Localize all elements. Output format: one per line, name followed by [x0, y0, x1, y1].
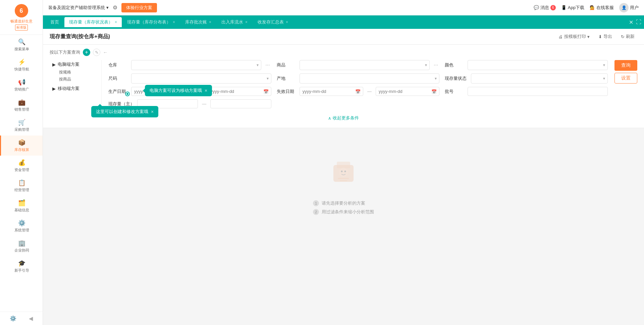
app-download-label: App下载 — [568, 5, 584, 11]
product-label: 商品 — [277, 62, 297, 68]
print-icon: 🖨 — [558, 34, 563, 39]
export-btn[interactable]: ⬇ 导出 — [596, 32, 615, 41]
sidebar-label-purchase: 采购管理 — [14, 127, 29, 132]
size-label: 尺码 — [108, 75, 128, 82]
size-select[interactable] — [131, 73, 271, 84]
refresh-icon: ↻ — [621, 34, 625, 39]
sidebar-item-purchase[interactable]: 🛒 采购管理 — [0, 115, 43, 136]
sidebar-logo: 6 畅通道好生意 标准版 — [0, 0, 43, 35]
empty-icon — [327, 155, 360, 195]
stock-status-select[interactable] — [471, 73, 608, 84]
filter-add-btn[interactable]: + — [83, 49, 90, 56]
main-content: 装备及固定资产辅助管理系统 ▾ ⚙ 体验行业方案 💬 消息 6 📱 App下载 … — [43, 0, 644, 325]
footer-settings-btn[interactable]: ⚙️ — [10, 315, 16, 322]
product-dots-btn[interactable]: ··· — [432, 62, 439, 68]
pc-scheme-group: ▶ 电脑端方案 按规格 按商品 — [50, 60, 98, 83]
sidebar-item-search[interactable]: 🔍 搜索菜单 — [0, 35, 43, 55]
page-header: 现存量查询(按仓库+商品) 🖨 按模板打印 ▾ ⬇ 导出 ↻ 刷新 — [43, 29, 644, 45]
refresh-btn[interactable]: ↻ 刷新 — [618, 32, 637, 41]
print-arrow-icon: ▾ — [587, 34, 590, 39]
tab-inventory-dist-close[interactable]: × — [173, 20, 175, 24]
print-btn[interactable]: 🖨 按模板打印 ▾ — [556, 32, 592, 41]
scheme-tooltip-close[interactable]: × — [205, 88, 207, 93]
message-label: 消息 — [540, 5, 549, 11]
produce-date-end-input[interactable] — [207, 87, 271, 96]
expire-date-end-input[interactable] — [376, 87, 439, 96]
create-tooltip-close[interactable]: × — [151, 109, 154, 114]
sidebar: 6 畅通道好生意 标准版 🔍 搜索菜单 ⚡ 快捷导航 📢 营销推广 💼 销售管理… — [0, 0, 43, 325]
color-select[interactable] — [468, 60, 608, 70]
sidebar-item-operations[interactable]: 📋 经营管理 — [0, 176, 43, 196]
tab-batch[interactable]: 库存批次账 × — [180, 17, 216, 27]
app-download-action[interactable]: 📱 App下载 — [561, 5, 584, 11]
expire-date-start-cal-icon[interactable]: 📅 — [355, 89, 361, 94]
sidebar-item-finance[interactable]: 💰 资金管理 — [0, 156, 43, 176]
expire-date-end-cal-icon[interactable]: 📅 — [431, 89, 437, 94]
footer-collapse-btn[interactable]: ◀ — [29, 315, 33, 322]
online-support-action[interactable]: 💁 在线客服 — [590, 5, 614, 11]
scheme-by-product[interactable]: 按商品 — [56, 76, 98, 83]
warehouse-dots-btn[interactable]: ··· — [264, 62, 271, 68]
sidebar-item-inventory[interactable]: 📦 库存核算 — [0, 136, 43, 156]
dot-indicator — [126, 92, 129, 96]
tab-inout-close[interactable]: × — [245, 20, 248, 24]
sidebar-item-basic[interactable]: 🗂️ 基础信息 — [0, 196, 43, 216]
filter-arrow-btn[interactable]: ← — [103, 50, 108, 55]
sidebar-label-finance: 资金管理 — [14, 167, 29, 172]
product-field: 商品 ▾ ··· — [277, 60, 440, 70]
query-btn[interactable]: 查询 — [614, 60, 637, 71]
tab-close-all-btn[interactable]: ✕ — [629, 19, 633, 25]
system-name-dropdown[interactable]: 装备及固定资产辅助管理系统 ▾ — [48, 5, 109, 11]
filter-edit-btn[interactable]: ✎ — [93, 49, 100, 56]
sidebar-label-basic: 基础信息 — [14, 208, 29, 213]
sidebar-item-quick[interactable]: ⚡ 快捷导航 — [0, 55, 43, 75]
sidebar-item-enterprise[interactable]: 🏢 企业协同 — [0, 236, 43, 256]
online-support-label: 在线客服 — [596, 5, 614, 11]
create-tooltip-text: 这里可以创建和修改方案哦 — [96, 109, 148, 115]
product-item-label: 按商品 — [59, 76, 71, 82]
produce-date-end-cal-icon[interactable]: 📅 — [263, 89, 269, 94]
tab-collect[interactable]: 收发存汇总表 × — [253, 17, 293, 27]
export-label: 导出 — [603, 34, 612, 40]
sidebar-item-marketing[interactable]: 📢 营销推广 — [0, 75, 43, 95]
inventory-icon: 📦 — [18, 139, 25, 146]
tab-fullscreen-btn[interactable]: ⛶ — [636, 19, 641, 25]
pc-scheme-item[interactable]: ▶ 电脑端方案 — [50, 60, 98, 69]
filter-area: 按以下方案查询 + ✎ ← ▶ 电脑端方案 按规格 — [43, 45, 644, 128]
origin-select[interactable] — [300, 73, 440, 84]
tab-batch-close[interactable]: × — [209, 20, 211, 24]
search-icon: 🔍 — [18, 38, 25, 46]
tab-inventory-status-close[interactable]: × — [115, 20, 117, 24]
purchase-icon: 🛒 — [18, 119, 25, 126]
tab-inout[interactable]: 出入库流水 × — [217, 17, 252, 27]
sidebar-item-newbie[interactable]: 🎓 新手引导 — [0, 256, 43, 276]
product-select[interactable] — [300, 60, 430, 70]
tab-home[interactable]: 首页 — [46, 17, 64, 27]
header-settings-icon[interactable]: ⚙ — [113, 4, 117, 11]
sidebar-item-sales[interactable]: 💼 销售管理 — [0, 95, 43, 115]
user-action[interactable]: 👤 用户 — [619, 3, 639, 12]
batch-field: 批号 — [445, 87, 608, 96]
pc-scheme-label: 电脑端方案 — [58, 61, 79, 67]
mobile-scheme-item[interactable]: ▶ 移动端方案 — [50, 84, 98, 93]
setting-btn[interactable]: 设置 — [614, 73, 637, 84]
industry-btn[interactable]: 体验行业方案 — [121, 3, 157, 12]
warehouse-label: 仓库 — [108, 62, 128, 68]
page-area: 现存量查询(按仓库+商品) 🖨 按模板打印 ▾ ⬇ 导出 ↻ 刷新 — [43, 29, 644, 325]
scheme-by-spec[interactable]: 按规格 — [56, 69, 98, 76]
warehouse-select[interactable] — [131, 60, 261, 70]
tab-inventory-status[interactable]: 现存量（库存状况表） × — [64, 17, 122, 27]
batch-input[interactable] — [468, 87, 608, 96]
create-tooltip: 这里可以创建和修改方案哦 × — [91, 106, 158, 117]
message-action[interactable]: 💬 消息 6 — [534, 5, 556, 11]
svg-point-3 — [341, 171, 343, 172]
sidebar-label-sales: 销售管理 — [14, 107, 29, 112]
sales-icon: 💼 — [18, 99, 25, 106]
tab-inventory-dist[interactable]: 现存量（库存分布表） × — [122, 17, 180, 27]
sidebar-item-system[interactable]: ⚙️ 系统管理 — [0, 216, 43, 236]
stock-amount-end-input[interactable] — [210, 99, 271, 108]
batch-label: 批号 — [445, 89, 465, 95]
tab-bar: 首页 现存量（库存状况表） × 现存量（库存分布表） × 库存批次账 × 出入库… — [43, 15, 644, 29]
tab-collect-close[interactable]: × — [286, 20, 288, 24]
expire-date-start-input[interactable] — [300, 87, 363, 96]
